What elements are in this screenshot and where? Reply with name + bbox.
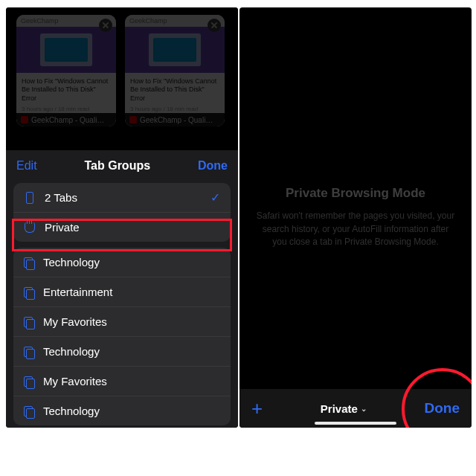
checkmark-icon: ✓ bbox=[210, 190, 220, 205]
row-label: Technology bbox=[43, 405, 100, 417]
new-tab-button[interactable]: + bbox=[251, 399, 263, 418]
home-indicator bbox=[315, 422, 396, 425]
row-label: My Favorites bbox=[43, 375, 107, 387]
sheet-title: Tab Groups bbox=[84, 159, 150, 173]
row-label: My Favorites bbox=[43, 315, 107, 328]
row-label: Entertainment bbox=[43, 286, 112, 298]
group-row[interactable]: Technology bbox=[13, 248, 231, 277]
chevron-down-icon: ⌄ bbox=[361, 405, 367, 413]
private-heading: Private Browsing Mode bbox=[254, 186, 457, 201]
tabgroup-icon bbox=[24, 406, 34, 416]
mode-label: Private bbox=[321, 402, 358, 415]
screenshot-right: Private Browsing Mode Safari won't remem… bbox=[239, 7, 472, 428]
private-description: Safari won't remember the pages you visi… bbox=[254, 210, 457, 248]
tabgroup-icon bbox=[24, 287, 34, 298]
group-row[interactable]: Entertainment bbox=[13, 277, 231, 306]
tabs-row[interactable]: 2 Tabs ✓ bbox=[13, 183, 231, 212]
private-row[interactable]: Private bbox=[13, 212, 231, 242]
row-label: Technology bbox=[43, 256, 100, 268]
group-row[interactable]: Technology bbox=[13, 336, 231, 366]
screenshot-left: GeekChamp How to Fix "Windows Cannot Be … bbox=[6, 7, 238, 428]
user-groups: Technology Entertainment My Favorites Te… bbox=[13, 248, 231, 425]
phone-icon bbox=[24, 192, 36, 204]
done-button[interactable]: Done bbox=[198, 159, 228, 173]
tabgroup-icon bbox=[24, 257, 34, 268]
dim-overlay bbox=[6, 7, 238, 150]
hand-icon bbox=[24, 222, 36, 234]
tab-group-mode-button[interactable]: Private ⌄ bbox=[321, 402, 367, 415]
row-label: 2 Tabs bbox=[45, 191, 77, 204]
tabgroup-icon bbox=[24, 317, 34, 327]
tabgroup-icon bbox=[24, 376, 34, 387]
group-row[interactable]: My Favorites bbox=[13, 366, 231, 396]
group-row[interactable]: Technology bbox=[13, 396, 231, 425]
builtin-group: 2 Tabs ✓ Private bbox=[13, 183, 231, 242]
edit-button[interactable]: Edit bbox=[16, 159, 37, 173]
tabgroup-icon bbox=[24, 347, 34, 357]
row-label: Private bbox=[45, 221, 80, 234]
group-row[interactable]: My Favorites bbox=[13, 306, 231, 336]
row-label: Technology bbox=[43, 345, 100, 358]
private-mode-placeholder: Private Browsing Mode Safari won't remem… bbox=[239, 7, 472, 428]
tab-groups-sheet: Edit Tab Groups Done 2 Tabs ✓ Private Te… bbox=[6, 150, 238, 428]
